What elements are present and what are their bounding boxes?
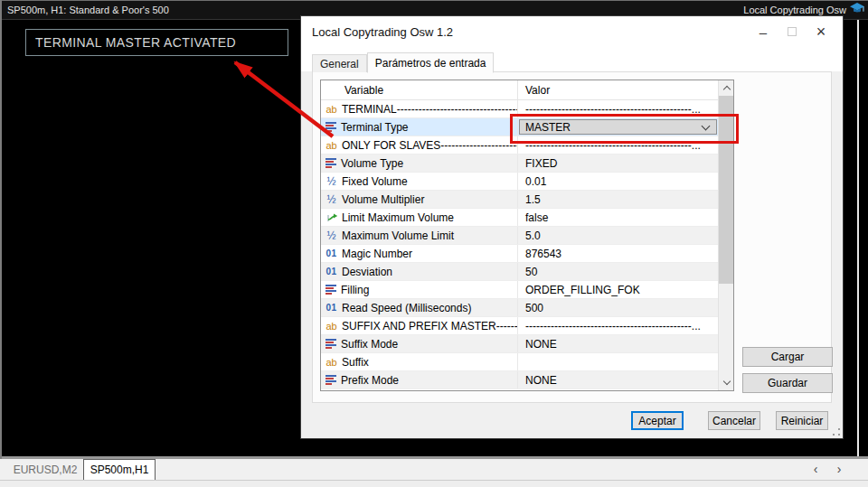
param-name-cell[interactable]: ½Fixed Volume xyxy=(321,173,518,190)
chart-tab-sp500m[interactable]: SP500m,H1 xyxy=(83,459,156,480)
param-value[interactable]: 50 xyxy=(525,266,537,278)
param-value[interactable]: FIXED xyxy=(525,157,557,170)
param-value-cell[interactable]: MASTER xyxy=(518,118,718,136)
param-name: ONLY FOR SLAVES-------------------------… xyxy=(342,139,518,152)
column-header-valor[interactable]: Valor xyxy=(518,80,733,99)
param-row[interactable]: Suffix ModeNONE xyxy=(321,335,718,353)
param-row[interactable]: 01Magic Number876543 xyxy=(321,245,718,263)
param-name: TERMINAL--------------------------------… xyxy=(342,103,518,116)
param-row[interactable]: abONLY FOR SLAVES-----------------------… xyxy=(321,136,718,155)
param-name-cell[interactable]: 01Magic Number xyxy=(321,245,518,262)
close-button[interactable]: × xyxy=(807,20,835,43)
param-name: Volume Type xyxy=(341,157,403,170)
table-header-row: Variable Valor xyxy=(321,80,733,100)
param-row[interactable]: ½Fixed Volume0.01 xyxy=(321,173,718,191)
param-value-cell[interactable]: 50 xyxy=(518,263,718,280)
param-value-cell[interactable]: 500 xyxy=(518,299,718,316)
param-value[interactable]: 500 xyxy=(525,302,543,314)
tab-scroll-left-icon[interactable]: ‹ xyxy=(807,461,824,477)
param-row[interactable]: FillingORDER_FILLING_FOK xyxy=(321,281,718,299)
double-icon: ½ xyxy=(325,229,338,242)
scrollbar-thumb[interactable] xyxy=(719,96,734,284)
minimize-button[interactable]: – xyxy=(749,20,778,43)
param-name-cell[interactable]: abSuffix xyxy=(321,353,518,370)
param-value-cell[interactable]: NONE xyxy=(518,335,718,352)
param-name-cell[interactable]: Limit Maximum Volume xyxy=(321,209,518,226)
maximize-icon xyxy=(788,27,797,36)
param-value[interactable]: 5.0 xyxy=(525,229,541,242)
param-value-cell[interactable]: 1.5 xyxy=(518,191,718,208)
param-row[interactable]: abSUFFIX AND PREFIX MASTER-------------.… xyxy=(321,317,718,335)
param-row[interactable]: Volume TypeFIXED xyxy=(321,155,718,173)
param-value[interactable]: NONE xyxy=(525,338,557,351)
graduation-cap-icon xyxy=(850,3,864,16)
param-value[interactable]: ----------------------------------------… xyxy=(525,320,701,332)
text-icon: ab xyxy=(325,321,338,332)
param-value[interactable]: ----------------------------------------… xyxy=(525,139,701,152)
cancelar-button[interactable]: Cancelar xyxy=(708,411,760,430)
integer-icon: 01 xyxy=(325,248,338,258)
scroll-down-icon[interactable] xyxy=(719,375,734,390)
param-row[interactable]: 01Desviation50 xyxy=(321,263,718,281)
tab-parametros-de-entrada[interactable]: Parámetros de entrada xyxy=(367,52,495,73)
table-scrollbar[interactable] xyxy=(718,80,733,390)
param-name-cell[interactable]: ½Volume Multiplier xyxy=(321,191,518,208)
param-value-cell[interactable] xyxy=(518,353,718,370)
enum-icon xyxy=(326,122,337,132)
param-value-cell[interactable]: ----------------------------------------… xyxy=(518,317,718,334)
parameters-tab-page: Variable Valor abTERMINAL---------------… xyxy=(312,71,832,403)
param-value-cell[interactable]: NONE xyxy=(518,371,718,389)
param-row[interactable]: ½Maximum Volume Limit5.0 xyxy=(321,227,718,245)
param-row[interactable]: abSuffix xyxy=(321,353,718,371)
param-name: Filling xyxy=(341,284,369,296)
param-row[interactable]: 01Read Speed (Milliseconds)500 xyxy=(321,299,718,317)
param-row[interactable]: Limit Maximum Volumefalse xyxy=(321,209,718,227)
param-value[interactable]: false xyxy=(525,211,548,224)
param-value-cell[interactable]: false xyxy=(518,209,718,226)
param-name-cell[interactable]: 01Read Speed (Milliseconds) xyxy=(321,299,518,316)
param-value-cell[interactable]: ----------------------------------------… xyxy=(518,100,718,117)
param-name-cell[interactable]: abSUFFIX AND PREFIX MASTER-------------.… xyxy=(321,317,518,334)
param-value-cell[interactable]: FIXED xyxy=(518,155,718,172)
param-name-cell[interactable]: ½Maximum Volume Limit xyxy=(321,227,518,244)
param-value-cell[interactable]: 876543 xyxy=(518,245,718,262)
param-value-cell[interactable]: 0.01 xyxy=(518,173,718,190)
tab-scroll-right-icon[interactable]: › xyxy=(831,461,847,477)
scroll-up-icon[interactable] xyxy=(719,80,734,96)
maximize-button xyxy=(778,20,807,43)
param-row[interactable]: ½Volume Multiplier1.5 xyxy=(321,191,718,209)
tab-general[interactable]: General xyxy=(312,54,367,72)
dialog-tabstrip: General Parámetros de entrada xyxy=(312,52,494,72)
resize-grip[interactable] xyxy=(832,427,840,435)
chart-tab-eurusd[interactable]: EURUSD,M2 xyxy=(9,459,81,480)
integer-icon: 01 xyxy=(325,267,338,276)
param-value[interactable]: ----------------------------------------… xyxy=(525,103,701,116)
param-row[interactable]: abTERMINAL------------------------------… xyxy=(321,100,718,118)
param-value[interactable]: ORDER_FILLING_FOK xyxy=(525,284,640,296)
reiniciar-button[interactable]: Reiniciar xyxy=(776,411,828,430)
param-name-cell[interactable]: Prefix Mode xyxy=(321,371,518,389)
param-value[interactable]: 876543 xyxy=(525,248,561,260)
param-name-cell[interactable]: Terminal Type xyxy=(321,118,518,136)
column-header-variable[interactable]: Variable xyxy=(321,80,518,99)
param-value-cell[interactable]: ----------------------------------------… xyxy=(518,136,718,154)
param-row[interactable]: Terminal TypeMASTER xyxy=(321,118,718,136)
cargar-button[interactable]: Cargar xyxy=(742,347,833,367)
param-name-cell[interactable]: Filling xyxy=(321,281,518,298)
param-value[interactable]: 1.5 xyxy=(525,193,541,206)
param-row[interactable]: Prefix ModeNONE xyxy=(321,371,718,389)
param-value-cell[interactable]: ORDER_FILLING_FOK xyxy=(518,281,718,298)
param-name-cell[interactable]: 01Desviation xyxy=(321,263,518,280)
param-name-cell[interactable]: Suffix Mode xyxy=(321,335,518,352)
terminal-type-dropdown[interactable]: MASTER xyxy=(519,119,717,135)
param-name-cell[interactable]: Volume Type xyxy=(321,155,518,172)
param-value[interactable]: NONE xyxy=(525,374,557,387)
chart-frame-right xyxy=(857,20,859,456)
guardar-button[interactable]: Guardar xyxy=(742,373,833,393)
param-name: Volume Multiplier xyxy=(342,193,424,206)
param-name-cell[interactable]: abTERMINAL------------------------------… xyxy=(321,100,518,117)
param-name-cell[interactable]: abONLY FOR SLAVES-----------------------… xyxy=(321,136,518,154)
param-value-cell[interactable]: 5.0 xyxy=(518,227,718,244)
aceptar-button[interactable]: Aceptar xyxy=(631,411,684,430)
param-value[interactable]: 0.01 xyxy=(525,175,546,188)
